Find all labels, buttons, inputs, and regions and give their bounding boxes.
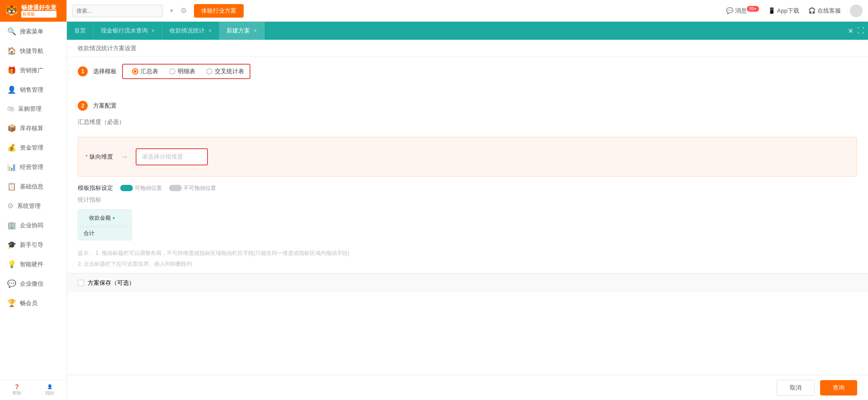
draggable-dot	[120, 185, 133, 191]
metrics-header: 模板指标设定 可拖动位置 不可拖动位置	[78, 184, 857, 192]
step1-label: 选择模板	[93, 67, 117, 75]
option-cross[interactable]: 交叉统计表	[206, 67, 244, 75]
trial-button[interactable]: 体验行业方案	[194, 4, 244, 18]
stats-cell-amount[interactable]: 收款金额 ▾	[84, 212, 126, 225]
sidebar-item-label: 智能硬件	[20, 260, 43, 268]
sidebar-item-marketing[interactable]: 🎁 营销推广	[0, 61, 66, 80]
required-star: *	[85, 153, 88, 160]
stats-dropdown-icon[interactable]: ▾	[113, 216, 115, 221]
sidebar-item-inventory[interactable]: 📦 库存核算	[0, 118, 66, 138]
sidebar-item-operations[interactable]: 📊 经营管理	[0, 157, 66, 177]
template-options: 汇总表 明细表 交叉统计表	[132, 67, 244, 75]
step2-section: 2 方案配置	[67, 94, 868, 118]
sidebar: 🐯 畅捷通好生意 标准版 🔍 搜索菜单 🏠 快捷导航 🎁 营销推广 👤 销售管理…	[0, 0, 67, 400]
tab-cash-query[interactable]: 现金银行流水查询 ×	[94, 22, 162, 40]
sidebar-item-label: 基础信息	[20, 183, 43, 191]
fixed-label: 不可拖动位置	[184, 184, 216, 192]
profile-icon: 👤	[47, 384, 52, 389]
notification-button[interactable]: 💬 消息 99+	[726, 7, 759, 15]
tab-cash-query-close[interactable]: ×	[151, 28, 155, 34]
dimension-area: * 纵向维度 → 请选择分组维度	[78, 137, 857, 177]
member-icon: 🏆	[7, 299, 16, 307]
radio-summary[interactable]	[132, 68, 138, 75]
clipboard-icon: 📋	[7, 182, 16, 191]
bottom-bar: 取消 查询	[67, 375, 868, 400]
money-icon: 💰	[7, 143, 16, 152]
tip-2: 2. 点击标题栏下拉可设置排序、插入列和删除列	[78, 259, 857, 269]
search-input[interactable]	[72, 5, 163, 17]
avatar[interactable]	[850, 5, 863, 17]
tabs-close-icon[interactable]: ✕	[848, 27, 854, 35]
download-button[interactable]: 📱 App下载	[768, 7, 799, 15]
tab-new-plan-close[interactable]: ×	[254, 28, 257, 34]
tabs-expand-icon[interactable]: ⛶	[857, 27, 864, 35]
sidebar-item-search[interactable]: 🔍 搜索菜单	[0, 22, 66, 41]
query-button[interactable]: 查询	[820, 380, 857, 395]
option-summary[interactable]: 汇总表	[132, 67, 158, 75]
sidebar-item-newbie[interactable]: 🎓 新手引导	[0, 235, 66, 254]
dimension-select[interactable]: 请选择分组维度	[136, 148, 208, 165]
tab-collection-stats[interactable]: 收款情况统计 ×	[162, 22, 219, 40]
home-icon: 🏠	[7, 47, 16, 55]
save-option-label: 方案保存（可选）	[88, 279, 135, 287]
option-detail[interactable]: 明细表	[169, 67, 195, 75]
radio-cross[interactable]	[206, 68, 212, 75]
sidebar-bottom-help[interactable]: ❓ 帮助	[12, 384, 21, 396]
logo-icon: 🐯	[5, 5, 18, 17]
vertical-dimension-label: 纵向维度	[90, 153, 113, 160]
stats-total-label: 合计	[78, 227, 100, 240]
sidebar-item-wechat[interactable]: 💬 企业微信	[0, 274, 66, 293]
sidebar-item-member[interactable]: 🏆 畅会员	[0, 293, 66, 313]
step1-section: 1 选择模板 汇总表 明细表	[67, 56, 868, 94]
notification-label: 消息	[735, 7, 747, 15]
download-label: App下载	[777, 7, 799, 15]
sidebar-item-label: 企业协同	[20, 221, 43, 230]
sidebar-item-enterprise[interactable]: 🏢 企业协同	[0, 216, 66, 235]
save-checkbox[interactable]	[78, 280, 84, 286]
hint-draggable: 可拖动位置	[120, 184, 162, 192]
tab-new-plan[interactable]: 新建方案 ×	[219, 22, 264, 40]
tab-new-plan-label: 新建方案	[226, 27, 250, 35]
tab-collection-stats-close[interactable]: ×	[208, 28, 212, 34]
sidebar-item-label: 畅会员	[20, 299, 38, 307]
sidebar-item-system[interactable]: ⚙ 系统管理	[0, 196, 66, 216]
page-content: 收款情况统计方案设置 1 选择模板 汇总表	[67, 40, 868, 375]
sidebar-item-label: 营销推广	[20, 66, 43, 75]
sidebar-item-capital[interactable]: 💰 资金管理	[0, 138, 66, 157]
sidebar-item-smart-hardware[interactable]: 💡 智能硬件	[0, 254, 66, 274]
option-detail-label: 明细表	[178, 67, 195, 75]
chart-icon: 📊	[7, 163, 16, 171]
content: 收款情况统计方案设置 1 选择模板 汇总表	[67, 40, 868, 400]
sidebar-item-label: 经营管理	[20, 163, 43, 171]
tab-cash-query-label: 现金银行流水查询	[101, 27, 148, 35]
sidebar-item-quick-nav[interactable]: 🏠 快捷导航	[0, 41, 66, 61]
template-select-box: 汇总表 明细表 交叉统计表	[122, 64, 250, 79]
step1-num: 1	[78, 66, 88, 76]
settings-icon[interactable]: ⚙	[180, 6, 187, 15]
page-title-bar: 收款情况统计方案设置	[67, 40, 868, 56]
cancel-button[interactable]: 取消	[777, 380, 815, 396]
stats-section-label: 统计指标	[78, 196, 857, 204]
radio-detail[interactable]	[169, 68, 175, 75]
fixed-dot	[169, 185, 182, 191]
logo-badge: 标准版	[21, 11, 57, 18]
hint-fixed: 不可拖动位置	[169, 184, 216, 192]
dropdown-chevron-icon[interactable]: ▾	[170, 7, 173, 14]
sidebar-item-label: 资金管理	[20, 144, 43, 152]
service-button[interactable]: 🎧 在线客服	[808, 7, 841, 15]
dimension-row: * 纵向维度 → 请选择分组维度	[85, 148, 208, 165]
tip-1: 提示： 1. 拖动标题栏可以调整布局，不可跨维度或指标区域拖动栏目字段(只能在同…	[78, 248, 857, 259]
sidebar-item-base-info[interactable]: 📋 基础信息	[0, 177, 66, 196]
tab-home-label: 首页	[74, 27, 86, 35]
sidebar-bottom: ❓ 帮助 👤 我的	[0, 380, 66, 400]
dimension-title: 汇总维度（必选）	[78, 118, 857, 126]
sidebar-item-purchase[interactable]: 🛍 采购管理	[0, 99, 66, 118]
tab-home[interactable]: 首页	[67, 22, 94, 40]
tab-collection-stats-label: 收款情况统计	[170, 27, 205, 35]
system-icon: ⚙	[7, 202, 14, 210]
metrics-section: 模板指标设定 可拖动位置 不可拖动位置 统计指标	[67, 184, 868, 240]
person-icon: 👤	[7, 85, 16, 94]
topbar: ▾ ⚙ 体验行业方案 💬 消息 99+ 📱 App下载 🎧 在线客服	[67, 0, 868, 22]
sidebar-item-sales[interactable]: 👤 销售管理	[0, 80, 66, 99]
sidebar-bottom-profile[interactable]: 👤 我的	[45, 384, 54, 396]
